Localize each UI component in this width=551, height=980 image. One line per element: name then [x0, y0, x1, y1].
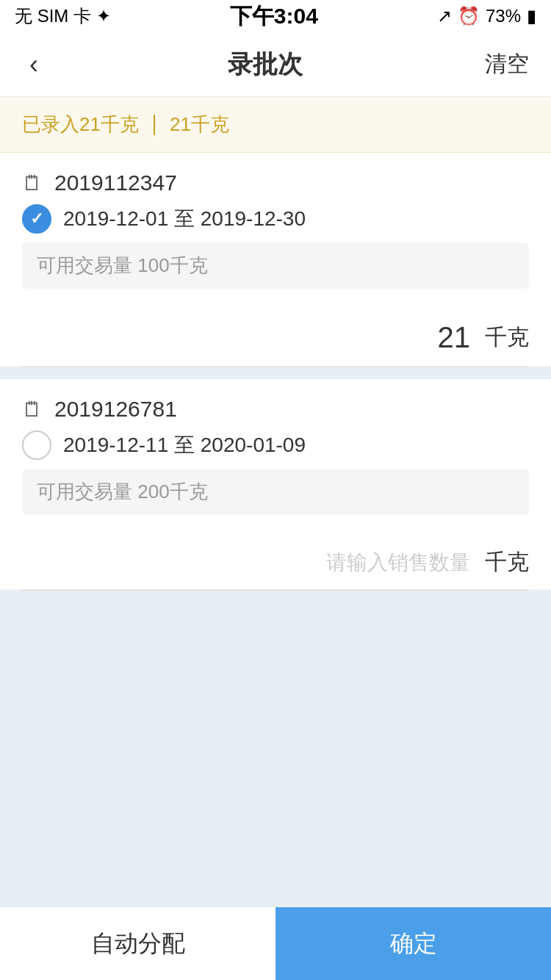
batch-id-2: 2019126781 — [54, 397, 177, 422]
batch-date-1: 2019-12-01 至 2019-12-30 — [63, 205, 306, 233]
batch-doc-icon-1: 🗒 — [22, 171, 43, 195]
auto-distribute-button[interactable]: 自动分配 — [0, 907, 276, 980]
bottom-bar: 自动分配 确定 — [0, 907, 551, 980]
status-time: 下午3:04 — [230, 1, 318, 32]
battery-icon: ▮ — [527, 6, 536, 26]
battery-percent: 73% — [486, 6, 521, 26]
batch-doc-icon-2: 🗒 — [22, 397, 43, 422]
clear-button[interactable]: 清空 — [485, 49, 529, 79]
quantity-row-1: 21 千克 — [0, 306, 551, 367]
summary-bar: 已录入21千克 21千克 — [0, 97, 551, 153]
batch-header-2: 🗒 2019126781 — [22, 397, 529, 422]
batch-item-2: 🗒 2019126781 2019-12-11 至 2020-01-09 可用交… — [0, 379, 551, 533]
batch-date-2: 2019-12-11 至 2020-01-09 — [63, 431, 306, 459]
quantity-unit-1: 千克 — [485, 323, 529, 353]
summary-divider — [154, 115, 155, 135]
batch-available-2: 可用交易量 200千克 — [22, 469, 529, 515]
direction-icon: ↗ — [437, 6, 452, 26]
batch-date-row-1[interactable]: 2019-12-01 至 2019-12-30 — [22, 204, 529, 234]
page-title: 录批次 — [228, 48, 303, 82]
back-button[interactable]: ‹ — [22, 42, 46, 87]
status-right: ↗ ⏰ 73% ▮ — [437, 6, 536, 26]
quantity-placeholder-2: 请输入销售数量 — [326, 549, 470, 577]
no-sim-text: 无 SIM 卡 ✦ — [15, 4, 111, 28]
batch-date-row-2[interactable]: 2019-12-11 至 2020-01-09 — [22, 430, 529, 460]
confirm-button[interactable]: 确定 — [276, 907, 551, 980]
alarm-icon: ⏰ — [458, 6, 480, 26]
summary-value: 21千克 — [170, 112, 229, 137]
nav-bar: ‹ 录批次 清空 — [0, 32, 551, 97]
quantity-unit-2: 千克 — [485, 547, 529, 577]
quantity-row-2[interactable]: 请输入销售数量 千克 — [0, 533, 551, 590]
radio-button-1[interactable] — [22, 204, 51, 234]
recorded-label: 已录入21千克 — [22, 112, 139, 137]
batch-header-1: 🗒 2019112347 — [22, 170, 529, 195]
status-bar: 无 SIM 卡 ✦ 下午3:04 ↗ ⏰ 73% ▮ — [0, 0, 551, 32]
quantity-value-1[interactable]: 21 — [438, 321, 471, 354]
empty-area — [0, 591, 551, 943]
batch-id-1: 2019112347 — [54, 170, 177, 195]
status-left: 无 SIM 卡 ✦ — [15, 4, 111, 28]
section-divider — [0, 367, 551, 379]
batch-item-1: 🗒 2019112347 2019-12-01 至 2019-12-30 可用交… — [0, 153, 551, 306]
batch-available-1: 可用交易量 100千克 — [22, 242, 529, 289]
radio-button-2[interactable] — [22, 430, 51, 460]
